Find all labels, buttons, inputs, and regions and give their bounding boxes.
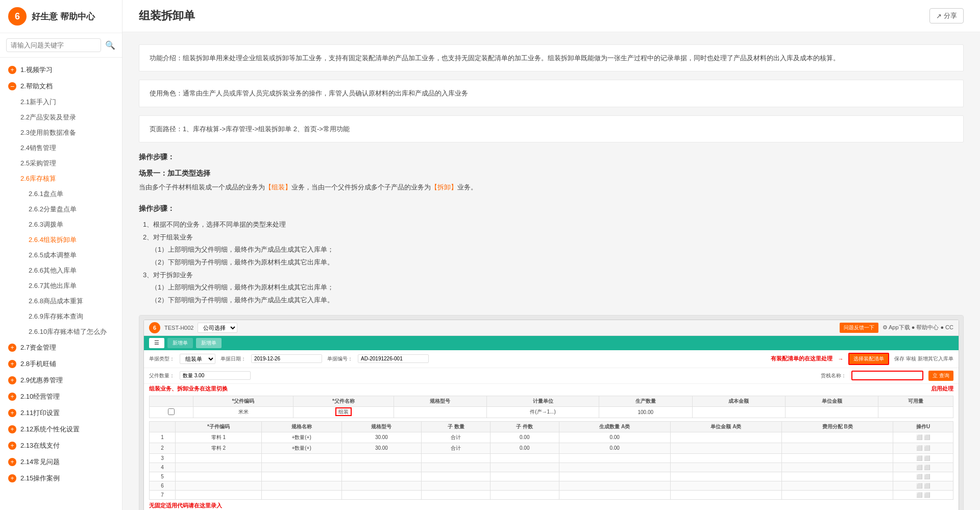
plus-icon-mobile: + xyxy=(8,360,16,368)
sidebar-item-transfer[interactable]: 2.6.3调拨单 xyxy=(0,217,122,232)
sidebar-label-payment: 2.13在线支付 xyxy=(20,441,60,450)
screenshot-container: 6 TEST-H002 公司选择 问题反馈一下 ⚙ App下载 ● 帮助中心 ●… xyxy=(139,315,964,510)
row-checkbox[interactable] xyxy=(168,408,175,415)
sidebar-item-print[interactable]: + 2.11打印设置 xyxy=(0,405,122,421)
mock-count-input[interactable] xyxy=(180,371,251,380)
share-label: 分享 xyxy=(944,11,957,20)
cell-unit: 件(产→1...) xyxy=(486,406,599,418)
mock-sidebar-toggle[interactable]: ☰ xyxy=(149,338,164,348)
sidebar-item-sales[interactable]: 2.4销售管理 xyxy=(0,140,122,156)
sidebar-item-inventory[interactable]: 2.6库存核算 xyxy=(0,171,122,186)
page-title: 组装拆卸单 xyxy=(139,8,195,23)
mock-num-input[interactable] xyxy=(358,354,429,363)
table-row: 1 零料 1 +数量(+) 30.00 合计 0.00 0.00 ⬜ ⬜ xyxy=(150,432,953,443)
mock-date-input[interactable] xyxy=(251,354,322,363)
logo-icon: 6 xyxy=(8,7,27,26)
mock-child-table: *子件编码 规格名称 规格型号 子 数量 子 件数 生成数量 A类 单位金额 A… xyxy=(149,421,953,500)
sidebar-item-mgmt[interactable]: + 2.10经营管理 xyxy=(0,388,122,405)
col-cost: 成本金额 xyxy=(692,396,785,406)
sidebar-label-customize: 2.12系统个性化设置 xyxy=(20,425,80,434)
col-c-cost-b: 操作U xyxy=(893,421,953,432)
sidebar-item-ledger-query[interactable]: 2.6.9库存账本查询 xyxy=(0,309,122,324)
sidebar-label-mobile: 2.8手机旺铺 xyxy=(20,359,56,369)
col-c-checkbox xyxy=(150,421,176,432)
sidebar-label-print: 2.11打印设置 xyxy=(20,408,60,418)
sidebar-item-customize[interactable]: + 2.12系统个性化设置 xyxy=(0,421,122,438)
annotation-enable: 启用处理 xyxy=(931,385,953,393)
sidebar-label-faq: 2.14常见问题 xyxy=(20,457,60,467)
annotation-bom: 有装配清单的在这里处理 xyxy=(771,355,832,362)
mock-search-input[interactable] xyxy=(851,371,923,380)
sidebar-item-ledger-error[interactable]: 2.6.10库存账本错了怎么办 xyxy=(0,324,122,339)
sidebar-item-other-in[interactable]: 2.6.6其他入库单 xyxy=(0,263,122,278)
sidebar-item-cost-adj[interactable]: 2.6.5成本调整单 xyxy=(0,248,122,263)
mock-tab-list[interactable]: 新增单 xyxy=(196,338,222,348)
nav-section-coupon: + 2.9优惠券管理 xyxy=(0,372,122,388)
sidebar-item-partial-stocktake[interactable]: 2.6.2分量盘点单 xyxy=(0,202,122,217)
sidebar-item-other-out[interactable]: 2.6.7其他出库单 xyxy=(0,278,122,294)
path-text: 页面路径：1、库存核算->库存管理->组装拆卸单 2、首页->常用功能 xyxy=(150,123,953,135)
mock-tab-new[interactable]: 新增单 xyxy=(167,338,193,348)
sidebar-item-beginner[interactable]: 2.1新手入门 xyxy=(0,94,122,110)
sidebar-item-cases[interactable]: + 2.15操作案例 xyxy=(0,470,122,487)
cell-name: 组装 xyxy=(293,406,394,418)
nav-section-customize: + 2.12系统个性化设置 xyxy=(0,421,122,438)
mock-topbar: 6 TEST-H002 公司选择 问题反馈一下 ⚙ App下载 ● 帮助中心 ●… xyxy=(144,320,959,336)
sidebar-item-data-prep[interactable]: 2.3使用前数据准备 xyxy=(0,125,122,140)
sidebar-item-faq[interactable]: + 2.14常见问题 xyxy=(0,454,122,470)
step1: 1、根据不同的业务，选择不同单据的类型来处理 xyxy=(139,218,964,231)
disassemble-highlight: 【拆卸】 xyxy=(431,183,457,191)
search-button[interactable]: 🔍 xyxy=(104,39,116,51)
sidebar-label-coupon: 2.9优惠券管理 xyxy=(20,376,63,385)
sidebar-item-finance[interactable]: + 2.7资金管理 xyxy=(0,339,122,356)
content-body: 功能介绍：组装拆卸单用来处理企业组装或拆卸等加工业务，支持有固定装配清单的产品加… xyxy=(122,32,980,510)
plus-icon-faq: + xyxy=(8,458,16,466)
assembly-highlight: 【组装】 xyxy=(265,183,291,191)
mock-label-search: 货栈名称： xyxy=(821,372,846,379)
step3: 3、对于拆卸业务 xyxy=(139,269,964,282)
nav-section-docs: − 2.帮助文档 2.1新手入门 2.2产品安装及登录 2.3使用前数据准备 2… xyxy=(0,78,122,339)
col-product-code: *父件编码 xyxy=(193,396,293,406)
operations-heading: 操作步骤： xyxy=(139,153,964,162)
mock-form-row2: 父件数量： 货栈名称： 立 查询 xyxy=(144,368,959,384)
mock-application: 6 TEST-H002 公司选择 问题反馈一下 ⚙ App下载 ● 帮助中心 ●… xyxy=(143,320,959,510)
share-button[interactable]: ↗ 分享 xyxy=(929,8,964,23)
sidebar-label-cases: 2.15操作案例 xyxy=(20,474,60,483)
col-c-count-b: 费用分配 B类 xyxy=(782,421,893,432)
sidebar-item-cost-recalc[interactable]: 2.6.8商品成本重算 xyxy=(0,294,122,309)
sidebar-item-mobile[interactable]: + 2.8手机旺铺 xyxy=(0,356,122,372)
search-input[interactable] xyxy=(6,38,101,52)
col-available: 可用量 xyxy=(878,396,953,406)
mock-toolbar: ☰ 新增单 新增单 xyxy=(144,336,959,350)
mock-type-select[interactable]: 组装单 拆卸单 xyxy=(180,354,215,364)
plus-icon-mgmt: + xyxy=(8,393,16,401)
plus-icon-print: + xyxy=(8,409,16,417)
step2-sub1: （1）上部明细为父件明细，最终作为产成品生成其它入库单； xyxy=(139,244,964,256)
sidebar-item-payment[interactable]: + 2.13在线支付 xyxy=(0,438,122,454)
sidebar-item-coupon[interactable]: + 2.9优惠券管理 xyxy=(0,372,122,388)
step2-sub2: （2）下部明细为子件明细，最终作为原材料生成其它出库单。 xyxy=(139,256,964,269)
mock-new-btn[interactable]: 问题反馈一下 xyxy=(840,323,878,333)
intro-text: 功能介绍：组装拆卸单用来处理企业组装或拆卸等加工业务，支持有固定装配清单的产品加… xyxy=(150,52,953,64)
step3-sub1: （1）上部明细为父件明细，最终作为原材料生成其它出库单； xyxy=(139,281,964,294)
sidebar-item-docs-label: 2.帮助文档 xyxy=(20,82,53,91)
mock-select-bom-btn[interactable]: 选择装配清单 xyxy=(848,353,889,365)
sidebar-item-stocktake[interactable]: 2.6.1盘点单 xyxy=(0,186,122,202)
sidebar-item-install[interactable]: 2.2产品安装及登录 xyxy=(0,110,122,125)
col-c-spec2: 规格型号 xyxy=(341,421,422,432)
sidebar-item-docs[interactable]: − 2.帮助文档 xyxy=(0,78,122,94)
nav-section-faq: + 2.14常见问题 xyxy=(0,454,122,470)
nav-section-payment: + 2.13在线支付 xyxy=(0,438,122,454)
col-c-name: 规格名称 xyxy=(261,421,341,432)
mock-company-select[interactable]: 公司选择 xyxy=(198,323,237,333)
plus-icon-cases: + xyxy=(8,474,16,482)
sidebar-item-video[interactable]: + 1.视频学习 xyxy=(0,62,122,78)
intro-block: 功能介绍：组装拆卸单用来处理企业组装或拆卸等加工业务，支持有固定装配清单的产品加… xyxy=(139,44,964,71)
col-c-code: *子件编码 xyxy=(175,421,261,432)
table-row: 6⬜ ⬜ xyxy=(150,481,953,490)
annotation-toggle-row: 组装业务、拆卸业务在这里切换 启用处理 xyxy=(144,384,959,394)
mock-query-btn[interactable]: 立 查询 xyxy=(928,371,953,381)
sidebar-item-purchase[interactable]: 2.5采购管理 xyxy=(0,156,122,171)
sidebar-item-assembly[interactable]: 2.6.4组装拆卸单 xyxy=(0,232,122,248)
cell-check xyxy=(150,406,193,418)
